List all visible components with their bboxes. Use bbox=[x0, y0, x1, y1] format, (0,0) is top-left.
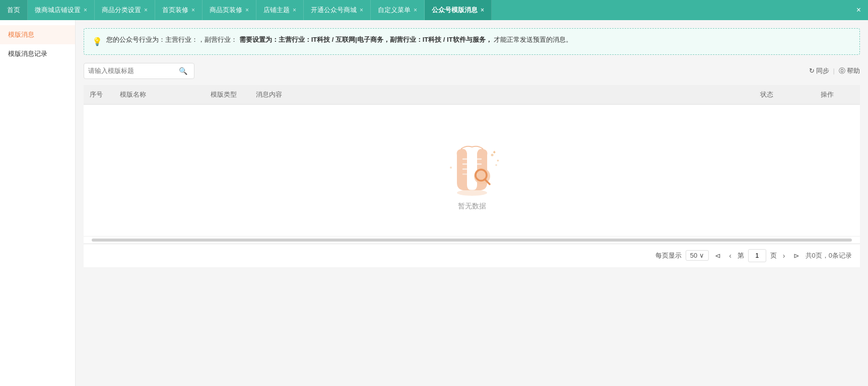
col-header-action: 操作 bbox=[815, 85, 860, 105]
tab-store-theme[interactable]: 店铺主题 × bbox=[256, 0, 304, 20]
page-size-value: 50 bbox=[690, 252, 697, 259]
help-button[interactable]: ⓪ 帮助 bbox=[839, 66, 860, 75]
page-input[interactable] bbox=[748, 249, 766, 262]
tab-category-settings[interactable]: 商品分类设置 × bbox=[95, 0, 155, 20]
tab-product-decor[interactable]: 商品页装修 × bbox=[203, 0, 256, 20]
svg-point-9 bbox=[495, 164, 497, 166]
tab-home[interactable]: 首页 bbox=[0, 0, 28, 20]
close-tab-4[interactable]: × bbox=[245, 7, 249, 14]
toolbar-right: ↻ 同步 | ⓪ 帮助 bbox=[809, 66, 860, 75]
close-tab-6[interactable]: × bbox=[360, 7, 363, 14]
sidebar: 模版消息 模版消息记录 bbox=[0, 20, 76, 386]
sync-icon: ↻ bbox=[809, 67, 815, 74]
scrollbar-area[interactable] bbox=[84, 237, 860, 244]
scrollbar-track[interactable] bbox=[92, 239, 852, 242]
top-nav: 首页 微商城店铺设置 × 商品分类设置 × 首页装修 × 商品页装修 × 店铺主… bbox=[0, 0, 868, 20]
pagination: 每页显示 50 ∨ ⊲ ‹ 第 页 › ⊳ 共0页，0条记录 bbox=[84, 244, 860, 267]
svg-point-10 bbox=[450, 167, 452, 169]
svg-text:✦: ✦ bbox=[492, 149, 496, 155]
col-header-type: 模版类型 bbox=[205, 85, 250, 105]
sidebar-item-template-msg[interactable]: 模版消息 bbox=[0, 25, 75, 44]
close-tab-1[interactable]: × bbox=[84, 7, 87, 14]
svg-point-0 bbox=[457, 190, 487, 196]
empty-text: 暂无数据 bbox=[90, 202, 854, 211]
close-all-button[interactable]: × bbox=[849, 6, 868, 15]
divider: | bbox=[833, 67, 835, 74]
sync-button[interactable]: ↻ 同步 bbox=[809, 66, 829, 75]
empty-state: ✦ ✦ 暂无数据 bbox=[90, 110, 854, 231]
search-box: 🔍 bbox=[84, 63, 194, 79]
chevron-down-icon: ∨ bbox=[699, 252, 704, 259]
tab-open-mall[interactable]: 开通公众号商城 × bbox=[304, 0, 371, 20]
col-header-content: 消息内容 bbox=[250, 85, 754, 105]
sidebar-item-template-msg-record[interactable]: 模版消息记录 bbox=[0, 44, 75, 63]
page-unit: 页 bbox=[770, 251, 777, 260]
data-table: 序号 模版名称 模版类型 消息内容 状态 操作 bbox=[84, 85, 860, 237]
close-tab-3[interactable]: × bbox=[191, 7, 195, 14]
search-input[interactable] bbox=[88, 67, 179, 74]
empty-state-row: ✦ ✦ 暂无数据 bbox=[84, 104, 860, 236]
svg-text:✦: ✦ bbox=[496, 159, 500, 163]
page-size-label: 每页显示 bbox=[655, 251, 682, 260]
tab-store-settings[interactable]: 微商城店铺设置 × bbox=[28, 0, 95, 20]
last-page-button[interactable]: ⊳ bbox=[791, 251, 802, 261]
page-label: 第 bbox=[738, 251, 744, 260]
prev-page-button[interactable]: ‹ bbox=[727, 251, 733, 261]
col-header-name: 模版名称 bbox=[114, 85, 205, 105]
close-tab-7[interactable]: × bbox=[414, 7, 417, 14]
col-header-status: 状态 bbox=[754, 85, 815, 105]
tab-template-msg[interactable]: 公众号模版消息 × bbox=[425, 0, 492, 20]
toolbar: 🔍 ↻ 同步 | ⓪ 帮助 bbox=[84, 63, 860, 79]
col-header-seq: 序号 bbox=[84, 85, 114, 105]
close-tab-8[interactable]: × bbox=[481, 7, 484, 14]
content-area: 💡 您的公众号行业为：主营行业：，副营行业： 需要设置为：主营行业：IT科技 /… bbox=[76, 20, 868, 386]
search-icon[interactable]: 🔍 bbox=[179, 67, 187, 75]
first-page-button[interactable]: ⊲ bbox=[713, 251, 723, 261]
info-banner: 💡 您的公众号行业为：主营行业：，副营行业： 需要设置为：主营行业：IT科技 /… bbox=[84, 28, 860, 55]
help-icon: ⓪ bbox=[839, 66, 845, 75]
bulb-icon: 💡 bbox=[92, 35, 102, 48]
page-size-select[interactable]: 50 ∨ bbox=[686, 250, 709, 261]
close-tab-5[interactable]: × bbox=[293, 7, 296, 14]
total-text: 共0页，0条记录 bbox=[806, 251, 852, 260]
table-header-row: 序号 模版名称 模版类型 消息内容 状态 操作 bbox=[84, 85, 860, 105]
main-layout: 模版消息 模版消息记录 💡 您的公众号行业为：主营行业：，副营行业： 需要设置为… bbox=[0, 20, 868, 386]
close-tab-2[interactable]: × bbox=[144, 7, 148, 14]
tab-home-decor[interactable]: 首页装修 × bbox=[155, 0, 203, 20]
next-page-button[interactable]: › bbox=[781, 251, 787, 261]
empty-illustration: ✦ ✦ bbox=[442, 140, 502, 200]
tab-custom-menu[interactable]: 自定义菜单 × bbox=[371, 0, 425, 20]
